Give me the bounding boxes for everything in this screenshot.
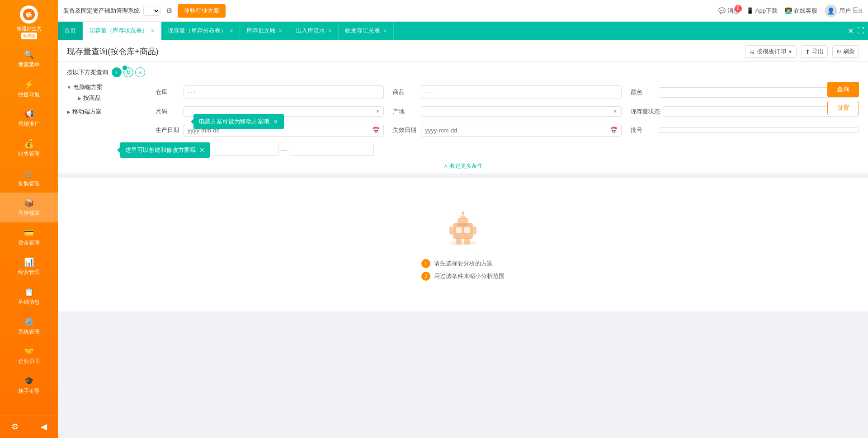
size-label: 尺码 bbox=[156, 108, 181, 116]
user-avatar: 👤 bbox=[825, 5, 837, 17]
print-btn[interactable]: 🖨 按模板打印 ▼ bbox=[745, 45, 797, 58]
message-btn[interactable]: 💬 消息 6 bbox=[718, 7, 739, 15]
finance-icon: 💳 bbox=[24, 228, 34, 238]
tabbar-close-all-btn[interactable]: ✕ bbox=[848, 27, 854, 35]
export-icon: ⬆ bbox=[805, 48, 810, 55]
sidebar-item-label: 新手引导 bbox=[18, 388, 40, 395]
expire-date-control[interactable]: 📅 bbox=[421, 124, 621, 137]
sidebar-item-system[interactable]: ⚙️ 系统管理 bbox=[0, 311, 58, 341]
refresh-btn[interactable]: ↻ 刷新 bbox=[832, 45, 859, 58]
sidebar-item-stock[interactable]: 📦 库存核算 bbox=[0, 193, 58, 222]
topbar-settings-icon[interactable]: ⚙ bbox=[164, 5, 174, 17]
sidebar-menu: 🔍 搜索菜单 ⚡ 快捷导航 📢 营销推广 💰 销售管理 🛒 采购管理 📦 bbox=[0, 44, 58, 415]
sidebar-item-marketing[interactable]: 📢 营销推广 bbox=[0, 104, 58, 133]
system-title: 装备及固定资产辅助管理系统 bbox=[63, 7, 140, 15]
collapse-label: 收起更多条件 bbox=[450, 163, 482, 169]
batch-tab-label: 库存批次账 bbox=[246, 27, 276, 35]
warehouse-dots: ··· bbox=[188, 88, 196, 96]
collect-tab-label: 收发存汇总表 bbox=[345, 27, 380, 35]
stock-dist-close-btn[interactable]: ✕ bbox=[229, 28, 233, 34]
expire-date-input[interactable] bbox=[425, 127, 608, 134]
plan-tooltip-close-btn[interactable]: ✕ bbox=[273, 118, 278, 125]
tab-batch[interactable]: 库存批次账 ✕ bbox=[240, 22, 289, 40]
topbar-right: 💬 消息 6 📱 App下载 👨‍💻 在线客服 👤 用户 bbox=[718, 5, 863, 17]
tree-pc-label: 电脑端方案 bbox=[73, 83, 103, 91]
tree-item-pc[interactable]: ▼ 电脑端方案 bbox=[67, 82, 141, 93]
tabbar-fullscreen-btn[interactable]: ⛶ bbox=[857, 27, 864, 35]
sidebar-item-basic[interactable]: 📋 基础信息 bbox=[0, 282, 58, 311]
tree-pc-sub: ▶ 按商品 bbox=[67, 93, 141, 104]
inout-close-btn[interactable]: ✕ bbox=[328, 28, 332, 34]
sidebar-collapse-btn[interactable]: ◀ bbox=[39, 420, 49, 433]
service-label: 在线客服 bbox=[794, 7, 817, 15]
system-select[interactable] bbox=[143, 6, 160, 16]
chevron-up-icon: ∧ bbox=[443, 163, 449, 169]
edit-tooltip-close-btn[interactable]: ✕ bbox=[199, 146, 205, 154]
sidebar-item-sales[interactable]: 💰 销售管理 bbox=[0, 133, 58, 163]
collapse-bar[interactable]: ∧ 收起更多条件 bbox=[67, 160, 859, 174]
sidebar-item-purchase[interactable]: 🛒 采购管理 bbox=[0, 163, 58, 193]
logo-badge: 标准版 bbox=[21, 33, 37, 39]
batch-close-btn[interactable]: ✕ bbox=[278, 28, 283, 34]
expire-date-calendar-icon: 📅 bbox=[610, 127, 618, 134]
warehouse-control[interactable]: ··· bbox=[184, 85, 384, 99]
step-2-text: 用过滤条件来缩小分析范围 bbox=[434, 272, 505, 280]
filter-color: 颜色 ▼ bbox=[631, 85, 859, 99]
tab-stock-status[interactable]: 现存量（库存状况表） ✕ bbox=[83, 22, 161, 40]
sidebar-item-quick[interactable]: ⚡ 快捷导航 bbox=[0, 74, 58, 104]
stock-status-close-btn[interactable]: ✕ bbox=[151, 28, 155, 34]
purchase-icon: 🛒 bbox=[24, 169, 34, 179]
export-label: 导出 bbox=[812, 47, 824, 56]
filter-row-1: 仓库 ··· 商品 ··· bbox=[156, 82, 859, 103]
reset-btn[interactable]: 设置 bbox=[827, 101, 859, 115]
sidebar-item-finance[interactable]: 💳 资金管理 bbox=[0, 222, 58, 252]
prod-date-calendar-icon: 📅 bbox=[372, 127, 380, 134]
industry-btn[interactable]: 体验行业方案 bbox=[178, 4, 226, 18]
add-scheme-btn[interactable]: + bbox=[112, 67, 122, 77]
size-arrow-icon: ▼ bbox=[375, 109, 380, 114]
sidebar-settings-btn[interactable]: ⚙ bbox=[9, 420, 20, 433]
tab-inout[interactable]: 出入库流水 ✕ bbox=[289, 22, 339, 40]
svg-text:畅: 畅 bbox=[26, 11, 32, 18]
back-btn[interactable]: « bbox=[135, 67, 145, 77]
tab-stock-dist[interactable]: 现存量（库存分布表） ✕ bbox=[161, 22, 240, 40]
stock-status-tab-label: 现存量（库存状况表） bbox=[89, 27, 148, 35]
page-actions: 🖨 按模板打印 ▼ ⬆ 导出 ↻ 刷新 bbox=[745, 45, 859, 58]
tree-goods-label: 按商品 bbox=[83, 94, 101, 102]
collect-close-btn[interactable]: ✕ bbox=[383, 28, 387, 34]
query-btn[interactable]: 查询 bbox=[827, 82, 859, 97]
sidebar-item-guide[interactable]: 🎓 新手引导 bbox=[0, 371, 58, 400]
page-header: 现存量查询(按仓库+商品) 🖨 按模板打印 ▼ ⬆ 导出 ↻ 刷新 bbox=[58, 40, 868, 62]
origin-control[interactable]: ▼ bbox=[421, 106, 621, 117]
user-btn[interactable]: 👤 用户 Ea bbox=[825, 5, 863, 17]
sidebar-item-label: 基础信息 bbox=[18, 299, 40, 306]
filter-warehouse: 仓库 ··· bbox=[156, 85, 384, 99]
tree-sub-item-goods[interactable]: ▶ 按商品 bbox=[76, 93, 141, 104]
app-download-btn[interactable]: 📱 App下载 bbox=[746, 7, 778, 15]
tab-collect[interactable]: 收发存汇总表 ✕ bbox=[339, 22, 394, 40]
step-2-num: 2 bbox=[421, 272, 430, 281]
stock-main-max-input[interactable] bbox=[290, 144, 374, 156]
online-service-btn[interactable]: 👨‍💻 在线客服 bbox=[785, 7, 817, 15]
filter-area: 按以下方案查询 + ↻ « ▼ 电脑端方案 bbox=[58, 62, 868, 174]
sidebar-item-search[interactable]: 🔍 搜索菜单 bbox=[0, 44, 58, 74]
export-btn[interactable]: ⬆ 导出 bbox=[801, 45, 828, 58]
sidebar-item-label: 营销推广 bbox=[18, 121, 40, 128]
user-label: 用户 bbox=[839, 7, 851, 15]
tab-home[interactable]: 首页 bbox=[58, 22, 83, 40]
batch-control[interactable] bbox=[659, 127, 859, 133]
dot-indicator bbox=[123, 66, 127, 70]
svg-point-9 bbox=[462, 212, 464, 214]
sidebar-item-enterprise[interactable]: 🤝 企业协同 bbox=[0, 341, 58, 371]
step-1-num: 1 bbox=[421, 259, 430, 268]
tree-item-mobile[interactable]: ▶ 移动端方案 bbox=[67, 106, 141, 117]
message-badge: 6 bbox=[735, 5, 742, 12]
goods-control[interactable]: ··· bbox=[421, 85, 621, 99]
sidebar-item-operation[interactable]: 📊 经营管理 bbox=[0, 252, 58, 282]
enterprise-icon: 🤝 bbox=[24, 346, 34, 356]
goods-dots: ··· bbox=[425, 88, 434, 96]
sidebar-item-label: 资金管理 bbox=[18, 240, 40, 247]
svg-rect-10 bbox=[449, 226, 453, 235]
filter-origin: 产地 ▼ bbox=[393, 106, 621, 117]
filter-row-4: 现存量（主） — bbox=[156, 140, 859, 160]
